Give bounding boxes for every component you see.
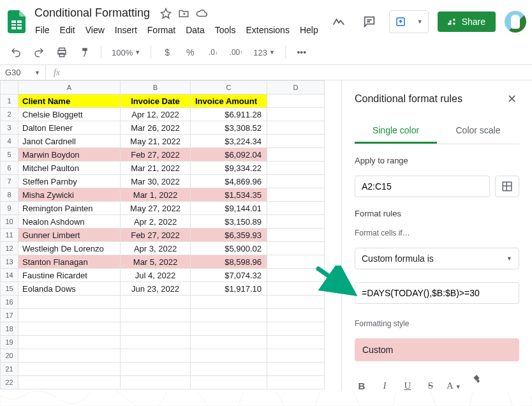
custom-formula-input[interactable] — [355, 282, 519, 304]
cell[interactable] — [267, 336, 325, 349]
row-header[interactable]: 11 — [1, 229, 18, 242]
row-header[interactable]: 2 — [1, 108, 18, 121]
select-all-corner[interactable] — [1, 81, 18, 94]
cell[interactable]: Apr 3, 2022 — [121, 242, 191, 255]
cell[interactable]: Chelsie Bloggett — [18, 108, 121, 121]
select-range-icon[interactable] — [495, 176, 519, 197]
row-header[interactable]: 17 — [1, 309, 18, 322]
currency-icon[interactable]: $ — [159, 44, 175, 61]
row-header[interactable]: 14 — [1, 269, 18, 282]
dec-increase-icon[interactable]: .00↑ — [228, 44, 244, 61]
cell[interactable] — [18, 336, 121, 349]
close-icon[interactable]: ✕ — [505, 89, 519, 109]
cell[interactable] — [121, 376, 191, 389]
number-format-select[interactable]: 123▼ — [251, 48, 277, 57]
cell[interactable] — [191, 309, 267, 322]
menu-help[interactable]: Help — [295, 22, 323, 38]
row-header[interactable]: 20 — [1, 349, 18, 363]
cell[interactable] — [267, 242, 325, 255]
account-avatar[interactable] — [505, 11, 526, 33]
cell[interactable]: $1,917.10 — [191, 282, 267, 296]
text-color-icon[interactable]: A▼ — [447, 380, 461, 391]
formula-input[interactable] — [68, 65, 532, 80]
cell[interactable]: May 21, 2022 — [121, 135, 191, 148]
cell[interactable]: $3,308.52 — [191, 121, 267, 135]
cell[interactable] — [267, 269, 325, 282]
menu-data[interactable]: Data — [181, 22, 209, 38]
cell[interactable] — [267, 296, 325, 309]
present-icon[interactable] — [390, 11, 411, 33]
undo-icon[interactable] — [8, 44, 24, 61]
cell[interactable]: Stanton Flanagan — [18, 255, 121, 269]
row-header[interactable]: 15 — [1, 282, 18, 296]
dec-decrease-icon[interactable]: .0↓ — [205, 44, 221, 61]
cell[interactable]: Mar 5, 2022 — [121, 255, 191, 269]
cell[interactable] — [267, 175, 325, 188]
doc-title[interactable]: Conditional Formatting — [31, 5, 154, 21]
cell[interactable]: $3,224.34 — [191, 135, 267, 148]
cell[interactable]: Remington Painten — [18, 202, 121, 215]
row-header[interactable]: 8 — [1, 188, 18, 202]
cell[interactable] — [18, 363, 121, 376]
cell[interactable] — [267, 363, 325, 376]
percent-icon[interactable]: % — [182, 44, 198, 61]
tab-single-color[interactable]: Single color — [355, 119, 437, 144]
row-header[interactable]: 13 — [1, 255, 18, 269]
cell[interactable] — [18, 322, 121, 336]
menu-view[interactable]: View — [81, 22, 109, 38]
cell[interactable]: $6,911.28 — [191, 108, 267, 121]
cell[interactable]: Feb 27, 2022 — [121, 229, 191, 242]
row-header[interactable]: 4 — [1, 135, 18, 148]
cell[interactable] — [267, 282, 325, 296]
row-header[interactable]: 22 — [1, 376, 18, 389]
cell[interactable]: Nealon Ashdown — [18, 215, 121, 229]
cell[interactable] — [191, 336, 267, 349]
cell[interactable]: $1,534.35 — [191, 188, 267, 202]
row-header[interactable]: 19 — [1, 336, 18, 349]
cell[interactable] — [121, 322, 191, 336]
cell[interactable] — [267, 121, 325, 135]
bold-icon[interactable]: B — [355, 380, 369, 391]
share-button[interactable]: Share — [438, 11, 496, 32]
cell[interactable]: Misha Zywicki — [18, 188, 121, 202]
cell[interactable]: Janot Cardnell — [18, 135, 121, 148]
cell[interactable]: Dalton Elener — [18, 121, 121, 135]
more-tools-icon[interactable]: ••• — [293, 44, 310, 61]
col-header-b[interactable]: B — [121, 81, 191, 94]
cell[interactable] — [267, 309, 325, 322]
menu-edit[interactable]: Edit — [55, 22, 80, 38]
cell[interactable]: Mar 1, 2022 — [121, 188, 191, 202]
cell[interactable] — [191, 296, 267, 309]
cell[interactable] — [121, 349, 191, 363]
italic-icon[interactable]: I — [378, 380, 392, 391]
col-header-d[interactable]: D — [267, 81, 325, 94]
row-header[interactable]: 12 — [1, 242, 18, 255]
row-header[interactable]: 18 — [1, 322, 18, 336]
cell[interactable]: $7,074.32 — [191, 269, 267, 282]
cell[interactable]: $5,900.02 — [191, 242, 267, 255]
cell[interactable]: Jul 4, 2022 — [121, 269, 191, 282]
cell[interactable] — [267, 94, 325, 108]
col-header-c[interactable]: C — [191, 81, 267, 94]
cell[interactable] — [18, 376, 121, 389]
redo-icon[interactable] — [31, 44, 47, 61]
menu-format[interactable]: Format — [143, 22, 180, 38]
col-header-a[interactable]: A — [18, 81, 121, 94]
cell[interactable] — [267, 135, 325, 148]
cell[interactable] — [267, 162, 325, 175]
cell[interactable] — [18, 296, 121, 309]
row-header[interactable]: 16 — [1, 296, 18, 309]
row-header[interactable]: 3 — [1, 121, 18, 135]
comments-icon[interactable] — [358, 11, 380, 33]
cell[interactable] — [121, 309, 191, 322]
cell[interactable]: Faustine Ricardet — [18, 269, 121, 282]
cell[interactable] — [121, 363, 191, 376]
row-header[interactable]: 7 — [1, 175, 18, 188]
cell[interactable] — [18, 309, 121, 322]
cell[interactable]: $6,092.04 — [191, 148, 267, 162]
cell[interactable]: Client Name — [18, 94, 121, 108]
cell[interactable]: Mar 26, 2022 — [121, 121, 191, 135]
cloud-status-icon[interactable] — [196, 8, 207, 19]
cell[interactable]: Jun 23, 2022 — [121, 282, 191, 296]
cell[interactable] — [191, 322, 267, 336]
